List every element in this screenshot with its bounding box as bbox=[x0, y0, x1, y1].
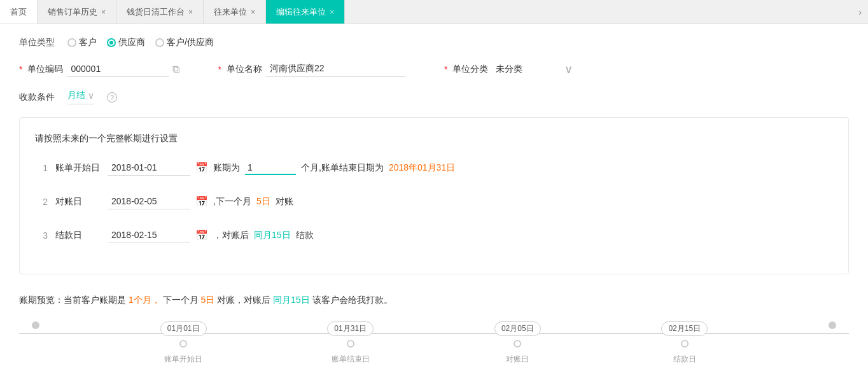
radio-supplier[interactable]: 供应商 bbox=[107, 37, 145, 48]
radio-both-label: 客户/供应商 bbox=[167, 37, 214, 48]
code-required-star: * bbox=[19, 64, 22, 74]
radio-supplier-label: 供应商 bbox=[118, 37, 145, 48]
payment-date-calendar-icon[interactable]: 📅 bbox=[195, 229, 208, 241]
tab-partner[interactable]: 往来单位 × bbox=[204, 0, 266, 24]
reconcile-date-calendar-icon[interactable]: 📅 bbox=[195, 195, 208, 208]
timeline-badge-1: 01月31日 bbox=[327, 321, 374, 336]
preview-period: 1个月， bbox=[129, 295, 160, 305]
name-input[interactable] bbox=[266, 61, 406, 77]
tab-cash-work[interactable]: 钱货日清工作台 × bbox=[116, 0, 204, 24]
preview-reconcile-suffix: 对账，对账后 bbox=[217, 295, 270, 305]
row-3-highlight: 同月15日 bbox=[254, 230, 291, 241]
row-2-suffix-after: 对账 bbox=[276, 196, 293, 208]
category-required-star: * bbox=[444, 64, 447, 74]
period-input[interactable] bbox=[245, 161, 296, 175]
category-dropdown-icon[interactable]: ∨ bbox=[564, 62, 573, 76]
timeline-dot-0 bbox=[32, 321, 39, 329]
radio-customer-label: 客户 bbox=[79, 37, 97, 48]
name-label: 单位名称 bbox=[227, 64, 262, 75]
timeline-item-end-dot bbox=[829, 321, 836, 365]
tab-partner-close[interactable]: × bbox=[251, 8, 255, 17]
row-2-suffix-before: ,下一个月 bbox=[213, 196, 251, 208]
name-field-group: * 单位名称 bbox=[218, 61, 405, 77]
tab-edit-partner-label: 编辑往来单位 bbox=[276, 6, 326, 18]
billing-section-box: 请按照未来的一个完整帐期进行设置 1 账单开始日 📅 账期为 个月,账单结束日期… bbox=[19, 117, 849, 274]
timeline-label-2: 对账日 bbox=[506, 354, 529, 365]
tab-more-button[interactable]: › bbox=[852, 0, 868, 24]
radio-customer-circle bbox=[67, 38, 76, 47]
code-name-category-row: * 单位编码 ⧉ * 单位名称 * 单位分类 未分类 ∨ bbox=[19, 61, 849, 77]
row-1-mid-text: 账期为 bbox=[213, 162, 240, 174]
code-input[interactable] bbox=[67, 61, 169, 77]
billing-row-2: 2 对账日 📅 ,下一个月 5日 对账 bbox=[35, 194, 833, 209]
timeline-item-3: 02月15日 结款日 bbox=[661, 321, 708, 365]
tab-sales-history-label: 销售订单历史 bbox=[48, 6, 97, 18]
radio-both-circle bbox=[155, 38, 164, 47]
timeline: 01月01日 账单开始日 01月31日 账单结束日 02月05日 对账日 02月… bbox=[19, 321, 849, 365]
tab-partner-label: 往来单位 bbox=[214, 6, 247, 18]
billing-row-1: 1 账单开始日 📅 账期为 个月,账单结束日期为 2018年01月31日 bbox=[35, 160, 833, 176]
row-2-highlight: 5日 bbox=[256, 196, 270, 208]
tab-sales-history-close[interactable]: × bbox=[101, 8, 106, 17]
tab-cash-work-label: 钱货日清工作台 bbox=[127, 6, 185, 18]
timeline-dot-inner-1 bbox=[347, 340, 354, 348]
payment-dropdown-icon[interactable]: ∨ bbox=[88, 90, 94, 101]
row-1-num: 1 bbox=[35, 163, 48, 173]
timeline-label-1: 账单结束日 bbox=[332, 354, 370, 365]
timeline-badge-2: 02月05日 bbox=[494, 321, 541, 336]
tab-bar: 首页 销售订单历史 × 钱货日清工作台 × 往来单位 × 编辑往来单位 × › bbox=[0, 0, 868, 24]
end-date-highlight: 2018年01月31日 bbox=[389, 162, 455, 174]
start-date-input[interactable] bbox=[108, 160, 190, 176]
tab-edit-partner[interactable]: 编辑往来单位 × bbox=[266, 0, 345, 24]
payment-date-input[interactable] bbox=[108, 227, 190, 243]
code-field-group: * 单位编码 ⧉ bbox=[19, 61, 179, 77]
tab-sales-history[interactable]: 销售订单历史 × bbox=[38, 0, 116, 24]
category-field-group: * 单位分类 未分类 ∨ bbox=[444, 62, 573, 76]
code-copy-icon[interactable]: ⧉ bbox=[172, 64, 179, 75]
row-3-content: 📅 ，对账后 同月15日 结款 bbox=[108, 227, 833, 243]
row-3-label: 结款日 bbox=[55, 230, 100, 241]
row-1-label: 账单开始日 bbox=[55, 162, 100, 174]
code-label: 单位编码 bbox=[27, 64, 63, 75]
radio-both[interactable]: 客户/供应商 bbox=[155, 37, 214, 48]
timeline-label-3: 结款日 bbox=[673, 354, 696, 365]
category-value: 未分类 bbox=[496, 64, 522, 75]
name-required-star: * bbox=[218, 64, 221, 74]
preview-reconcile-prefix: 下一个月 bbox=[163, 295, 199, 305]
unit-type-row: 单位类型 客户 供应商 客户/供应商 bbox=[19, 37, 849, 48]
category-label: 单位分类 bbox=[452, 64, 488, 75]
billing-row-3: 3 结款日 📅 ，对账后 同月15日 结款 bbox=[35, 227, 833, 243]
radio-customer[interactable]: 客户 bbox=[67, 37, 97, 48]
payment-select-wrapper[interactable]: 月结 ∨ bbox=[67, 90, 94, 104]
unit-type-label: 单位类型 bbox=[19, 37, 55, 48]
tab-edit-partner-close[interactable]: × bbox=[330, 8, 334, 17]
row-2-num: 2 bbox=[35, 197, 48, 207]
timeline-badge-3: 02月15日 bbox=[661, 321, 708, 336]
section-title: 请按照未来的一个完整帐期进行设置 bbox=[35, 133, 833, 144]
tab-cash-work-close[interactable]: × bbox=[188, 8, 193, 17]
payment-condition-row: 收款条件 月结 ∨ ? bbox=[19, 90, 849, 104]
preview-section: 账期预览：当前客户账期是 1个月， 下一个月 5日 对账，对账后 同月15日 该… bbox=[19, 285, 849, 365]
start-date-calendar-icon[interactable]: 📅 bbox=[195, 162, 208, 174]
preview-label: 账期预览：当前客户账期是 bbox=[19, 295, 126, 305]
unit-type-radio-group: 客户 供应商 客户/供应商 bbox=[67, 37, 214, 48]
row-1-content: 📅 账期为 个月,账单结束日期为 2018年01月31日 bbox=[108, 160, 833, 176]
preview-payment-suffix: 该客户会给我打款。 bbox=[312, 295, 393, 305]
tab-home-label: 首页 bbox=[10, 6, 27, 18]
timeline-item-1: 01月31日 账单结束日 bbox=[327, 321, 374, 365]
timeline-item-2: 02月05日 对账日 bbox=[494, 321, 541, 365]
row-3-suffix-after: 结款 bbox=[296, 230, 314, 241]
radio-supplier-circle bbox=[107, 38, 116, 47]
timeline-label-0: 账单开始日 bbox=[164, 354, 202, 365]
main-content: 单位类型 客户 供应商 客户/供应商 * 单位编码 ⧉ * 单位名称 bbox=[0, 24, 868, 387]
timeline-badge-0: 01月01日 bbox=[160, 321, 207, 336]
timeline-dot-inner-0 bbox=[179, 340, 187, 348]
timeline-dot-inner-3 bbox=[681, 340, 689, 348]
tab-home[interactable]: 首页 bbox=[0, 0, 38, 24]
payment-help-icon[interactable]: ? bbox=[107, 92, 117, 102]
payment-label: 收款条件 bbox=[19, 92, 55, 103]
row-1-suffix: 个月,账单结束日期为 bbox=[301, 162, 384, 174]
row-3-num: 3 bbox=[35, 230, 48, 241]
reconcile-date-input[interactable] bbox=[108, 194, 190, 209]
timeline-dot-end bbox=[829, 321, 836, 329]
